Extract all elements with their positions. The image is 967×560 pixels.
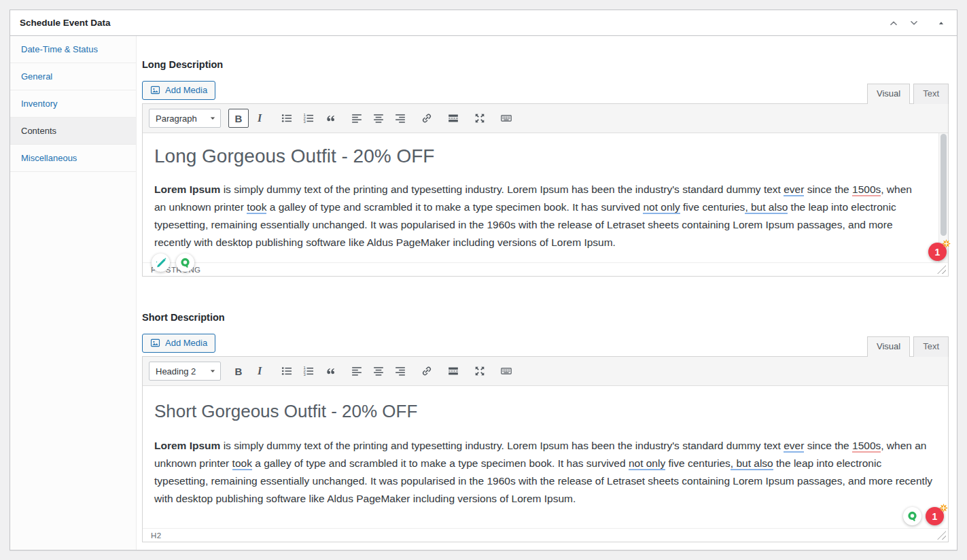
toolbar-buttons: BI123 — [228, 362, 516, 381]
fullscreen-button[interactable] — [470, 109, 490, 128]
suggestion-underline-blue[interactable]: , but also — [731, 457, 773, 470]
suggestion-underline-red[interactable]: 1500s — [852, 440, 881, 453]
writing-assistant-icon[interactable] — [176, 253, 194, 272]
content-heading: Short Gorgeous Outfit - 20% OFF — [154, 401, 934, 422]
bulleted-list-button[interactable] — [277, 362, 297, 381]
collapse-toggle-button[interactable] — [931, 13, 951, 33]
move-down-button[interactable] — [904, 13, 924, 33]
fullscreen-button[interactable] — [470, 362, 490, 381]
long-description-title: Long Description — [142, 59, 949, 70]
element-path[interactable]: H2 — [151, 531, 162, 540]
bulleted-list-icon — [281, 365, 293, 377]
align-center-button[interactable] — [368, 362, 389, 381]
suggestion-underline-blue[interactable]: , but also — [745, 201, 788, 214]
align-left-button[interactable] — [347, 109, 367, 128]
align-right-button[interactable] — [390, 362, 410, 381]
grammarly-alert-badge[interactable]: 1 — [926, 507, 944, 525]
align-center-icon — [372, 112, 385, 124]
bold-button[interactable]: B — [228, 109, 249, 128]
sidebar-item-contents[interactable]: Contents — [10, 118, 136, 145]
bulleted-list-icon — [281, 112, 293, 124]
tab-text[interactable]: Text — [913, 84, 949, 104]
text-segment: Lorem Ipsum — [154, 183, 220, 195]
text-segment: Lorem Ipsum — [154, 440, 220, 451]
suggestion-underline-blue[interactable]: not only — [629, 457, 665, 470]
suggestion-underline-blue[interactable]: took — [232, 457, 252, 470]
text-segment: five centuries — [665, 457, 731, 469]
insert-read-more-icon — [447, 365, 459, 377]
blockquote-button[interactable] — [320, 109, 340, 128]
numbered-list-button[interactable]: 123 — [298, 362, 319, 381]
resize-handle[interactable] — [937, 531, 946, 540]
visual-editor-short: Heading 2 BI123 Short Gorgeous Outfit - … — [142, 356, 949, 542]
align-right-icon — [394, 365, 406, 377]
align-center-button[interactable] — [368, 109, 389, 128]
numbered-list-button[interactable]: 123 — [298, 109, 319, 128]
suggestion-underline-red[interactable]: 1500s — [852, 183, 881, 196]
editor-canvas[interactable]: Long Gorgeous Outfit - 20% OFF Lorem Ips… — [143, 133, 948, 262]
toolbar-buttons: BI123 — [228, 109, 516, 128]
suggestion-underline-blue[interactable]: ever — [784, 440, 804, 453]
long-description-section: Long Description Add Media Visual Text — [142, 59, 949, 277]
editor-canvas[interactable]: Short Gorgeous Outfit - 20% OFF Lorem Ip… — [143, 386, 948, 528]
align-right-icon — [394, 112, 406, 124]
text-segment: a galley of type and scrambled it to mak… — [266, 201, 643, 213]
toolbar-toggle-button[interactable] — [496, 362, 516, 381]
writing-assistant-icon[interactable] — [903, 507, 921, 525]
format-dropdown[interactable]: Paragraph — [149, 109, 221, 128]
suggestion-underline-blue[interactable]: ever — [784, 183, 804, 196]
tab-visual[interactable]: Visual — [867, 336, 910, 357]
panel-content: Long Description Add Media Visual Text — [137, 36, 957, 550]
toolbar-toggle-icon — [500, 112, 512, 124]
toolbar-toggle-button[interactable] — [496, 109, 516, 128]
move-up-button[interactable] — [883, 13, 904, 33]
alert-count: 1 — [935, 247, 940, 258]
metabox-handle-actions — [883, 13, 951, 33]
sidebar-item-inventory[interactable]: Inventory — [10, 90, 136, 118]
tab-text[interactable]: Text — [913, 336, 949, 357]
align-right-button[interactable] — [390, 109, 410, 128]
editor-statusbar: P » STRONG — [143, 262, 948, 276]
sidebar-item-general[interactable]: General — [10, 63, 136, 90]
insert-link-button[interactable] — [417, 109, 437, 128]
bold-button[interactable]: B — [228, 362, 249, 381]
blockquote-button[interactable] — [320, 362, 340, 381]
sidebar-item-date-time-status[interactable]: Date-Time & Status — [10, 36, 136, 63]
scrollbar-thumb[interactable] — [940, 134, 947, 236]
italic-button[interactable]: I — [250, 109, 270, 128]
bold-icon: B — [235, 366, 243, 377]
add-media-button[interactable]: Add Media — [142, 81, 215, 100]
italic-button[interactable]: I — [250, 362, 270, 381]
text-segment: is simply dummy text of the printing and… — [220, 183, 784, 195]
metabox-title: Schedule Event Data — [20, 18, 111, 28]
format-dropdown-value: Heading 2 — [156, 366, 196, 377]
metabox-body: Date-Time & StatusGeneralInventoryConten… — [10, 36, 957, 550]
insert-link-icon — [421, 365, 433, 377]
text-segment: since the — [804, 440, 852, 451]
sidebar-item-miscellaneous[interactable]: Miscellaneous — [10, 145, 136, 172]
editor-toolbar: Paragraph BI123 — [143, 104, 948, 133]
suggestion-underline-blue[interactable]: took — [247, 201, 266, 214]
tab-visual[interactable]: Visual — [867, 84, 910, 104]
svg-text:3: 3 — [303, 120, 306, 124]
blockquote-icon — [324, 112, 336, 124]
grammarly-alert-badge[interactable]: 1 — [928, 243, 947, 261]
insert-link-button[interactable] — [417, 362, 437, 381]
resize-handle[interactable] — [937, 265, 946, 274]
editor-statusbar: H2 — [143, 528, 948, 542]
insert-read-more-button[interactable] — [443, 109, 463, 128]
bulleted-list-button[interactable] — [277, 109, 297, 128]
align-left-button[interactable] — [347, 362, 367, 381]
suggestion-underline-blue[interactable]: not only — [643, 201, 680, 214]
metabox-header: Schedule Event Data — [10, 10, 957, 36]
content-paragraph: Lorem Ipsum is simply dummy text of the … — [154, 181, 926, 251]
numbered-list-icon: 123 — [302, 365, 315, 377]
insert-link-icon — [421, 112, 433, 124]
ai-edit-pencil-icon[interactable] — [152, 253, 170, 272]
fullscreen-icon — [474, 112, 486, 124]
insert-read-more-button[interactable] — [443, 362, 463, 381]
add-media-button[interactable]: Add Media — [142, 334, 215, 353]
content-paragraph: Lorem Ipsum is simply dummy text of the … — [154, 437, 934, 508]
align-left-icon — [351, 365, 363, 377]
format-dropdown[interactable]: Heading 2 — [149, 362, 221, 381]
